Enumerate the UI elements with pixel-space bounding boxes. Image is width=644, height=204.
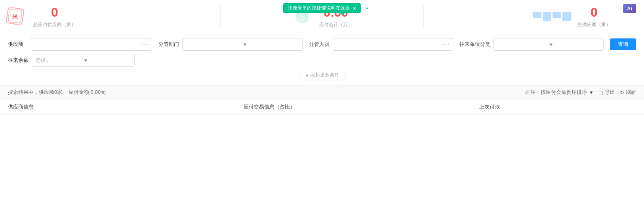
result-bar: 搜索结果中，供应商0家 应付金额 0.00元 排序：按应付会额倒序排序 ▼ ⬚ … xyxy=(0,86,644,99)
mini-block-2 xyxy=(543,12,551,21)
refresh-label: 刷新 xyxy=(626,89,636,96)
col-transaction-info: 应付交易信息（占比） xyxy=(244,103,479,111)
dept-label: 分管部门 xyxy=(158,41,179,48)
table-container: 供应商信息 应付交易信息（占比） 上次付款 xyxy=(0,99,644,194)
person-input-wrap[interactable]: ··· xyxy=(333,38,453,51)
col-last-payment-label: 上次付款 xyxy=(479,104,500,110)
tooltip-badge: 快速录单的快捷键说明在这里 × xyxy=(283,3,361,13)
col-last-payment: 上次付款 xyxy=(479,103,636,111)
collapse-label: 收起更多条件 xyxy=(311,72,339,78)
stat-payable-total: 0.00 应付合计（万） 快速录单的快捷键说明在这里 × xyxy=(221,5,424,28)
filter-row-2: 往来余额 选择... ▼ xyxy=(8,54,135,67)
mini-block-1 xyxy=(533,12,541,18)
mini-block-4 xyxy=(562,12,571,21)
person-dots-btn[interactable]: ··· xyxy=(443,41,450,48)
query-button[interactable]: 查询 xyxy=(610,38,636,50)
mini-blocks-icon xyxy=(533,12,571,21)
sort-arrow-icon: ▼ xyxy=(589,90,594,95)
collapse-button[interactable]: ∧ 收起更多条件 xyxy=(299,70,346,80)
payable-suppliers-label: 总应付供应商（家） xyxy=(33,21,76,28)
result-info: 搜索结果中，供应商0家 应付金额 0.00元 xyxy=(8,89,106,96)
balance-arrow-icon: ▼ xyxy=(83,57,131,63)
filter-person: 分管人员 ··· xyxy=(309,38,453,51)
filter-balance: 往来余额 选择... ▼ xyxy=(8,54,135,67)
filter-row-1: 供应商 ··· 分管部门 ▼ 分管人员 ··· 往来单位分类 xyxy=(8,38,636,51)
filter-supplier: 供应商 ··· xyxy=(8,38,152,51)
balance-placeholder: 选择... xyxy=(35,57,83,64)
table-body xyxy=(0,115,644,194)
export-button[interactable]: ⬚ 导出 xyxy=(598,89,615,96)
logo-icon: 米 xyxy=(6,7,24,26)
supplier-input[interactable] xyxy=(34,42,142,48)
collapse-bar: ∧ 收起更多条件 xyxy=(8,70,636,80)
stats-bar: 米 0 总应付供应商（家） xyxy=(0,0,644,33)
refresh-icon: ↻ xyxy=(620,90,624,95)
table-header: 供应商信息 应付交易信息（占比） 上次付款 xyxy=(0,99,644,115)
result-actions: 排序：按应付会额倒序排序 ▼ ⬚ 导出 ↻ 刷新 xyxy=(525,89,636,96)
col-supplier-info: 供应商信息 xyxy=(8,103,244,111)
supplier-label: 供应商 xyxy=(8,41,28,48)
supplier-dots-btn[interactable]: ··· xyxy=(142,41,149,48)
export-icon: ⬚ xyxy=(598,90,603,95)
sort-label: 排序：按应付会额倒序排序 xyxy=(525,89,587,96)
payable-suppliers-number: 0 xyxy=(51,5,58,20)
tooltip-dot xyxy=(366,7,369,10)
payable-total-label: 应付合计（万） xyxy=(319,21,352,28)
stat-total-suppliers: 0 总供应商（家） xyxy=(424,5,634,28)
stats-wrapper: 0 总应付供应商（家） 0.00 应付 xyxy=(10,5,634,28)
col-transaction-info-label: 应付交易信息（占比） xyxy=(244,104,295,110)
stat-payable-suppliers: 0 总应付供应商（家） xyxy=(10,5,221,28)
svg-text:米: 米 xyxy=(12,13,18,19)
svg-point-9 xyxy=(304,17,305,18)
unit-class-dropdown[interactable]: ▼ xyxy=(493,38,604,51)
person-label: 分管人员 xyxy=(309,41,330,48)
sort-button[interactable]: 排序：按应付会额倒序排序 ▼ xyxy=(525,89,594,96)
mini-block-3 xyxy=(553,12,561,18)
filter-section: 供应商 ··· 分管部门 ▼ 分管人员 ··· 往来单位分类 xyxy=(0,33,644,86)
dept-arrow-icon: ▼ xyxy=(242,42,299,48)
svg-point-8 xyxy=(300,17,301,18)
refresh-button[interactable]: ↻ 刷新 xyxy=(620,89,636,96)
col-supplier-info-label: 供应商信息 xyxy=(8,104,34,110)
total-suppliers-number: 0 xyxy=(591,5,598,20)
unit-class-arrow-icon: ▼ xyxy=(549,42,600,48)
dept-dropdown[interactable]: ▼ xyxy=(182,38,303,51)
balance-label: 往来余额 xyxy=(8,57,29,64)
filter-unit-class: 往来单位分类 ▼ xyxy=(459,38,604,51)
collapse-chevron-icon: ∧ xyxy=(305,72,309,78)
balance-dropdown[interactable]: 选择... ▼ xyxy=(32,54,135,67)
tooltip-close-btn[interactable]: × xyxy=(353,6,356,11)
amount-text: 应付金额 0.00元 xyxy=(69,89,106,96)
unit-class-label: 往来单位分类 xyxy=(459,41,490,48)
export-label: 导出 xyxy=(605,89,615,96)
ai-badge[interactable]: Ai xyxy=(623,4,636,13)
person-input[interactable] xyxy=(336,42,443,48)
tooltip-text: 快速录单的快捷键说明在这里 xyxy=(288,5,350,11)
total-suppliers-label: 总供应商（家） xyxy=(577,21,611,28)
filter-dept: 分管部门 ▼ xyxy=(158,38,303,51)
supplier-count-text: 搜索结果中，供应商0家 xyxy=(8,89,62,96)
supplier-input-wrap[interactable]: ··· xyxy=(31,38,152,51)
